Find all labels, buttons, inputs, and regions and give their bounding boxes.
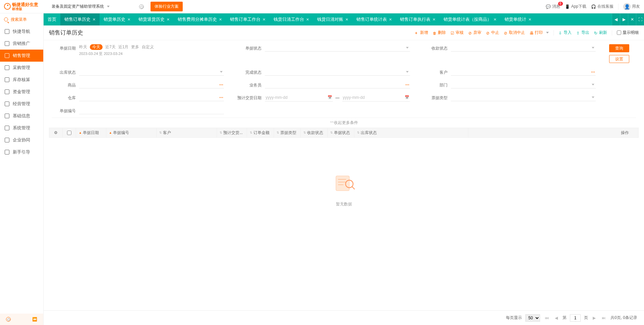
system-selector: 装备及固定资产辅助管理系统 体验行业方案 <box>50 2 183 11</box>
tab-销售订单统计表[interactable]: 销售订单统计表✕ <box>352 13 396 25</box>
brand-logo: 畅捷通好生意 标准版 <box>4 2 44 11</box>
close-icon[interactable]: ✕ <box>127 17 130 22</box>
tab-销售订单执行表[interactable]: 销售订单执行表✕ <box>396 13 440 25</box>
close-icon[interactable]: ✕ <box>262 17 266 22</box>
close-icon[interactable]: ✕ <box>93 17 96 22</box>
close-icon[interactable]: ✕ <box>493 17 496 22</box>
close-icon[interactable]: ✕ <box>432 17 435 22</box>
user-menu[interactable]: 👤 用友 <box>623 3 640 10</box>
headset-icon: 🎧 <box>591 4 596 9</box>
tab-销货单历史[interactable]: 销货单历史✕ <box>100 13 134 25</box>
gear-icon[interactable] <box>139 4 144 9</box>
avatar-icon: 👤 <box>623 3 631 10</box>
sidebar: 快捷导航营销推广销售管理采购管理库存核算资金管理经营管理基础信息系统管理企业协同… <box>0 13 44 25</box>
tab-销售费用分摊单历史[interactable]: 销售费用分摊单历史✕ <box>174 13 226 25</box>
app-download-button[interactable]: 📱 App下载 <box>565 4 586 9</box>
tab-销货单统计[interactable]: 销货单统计✕ <box>501 13 535 25</box>
close-icon[interactable]: ✕ <box>345 17 348 22</box>
close-icon[interactable]: ✕ <box>306 17 309 22</box>
tab-销售订单工作台[interactable]: 销售订单工作台✕ <box>226 13 270 25</box>
close-icon[interactable]: ✕ <box>389 17 392 22</box>
message-button[interactable]: 💬 消息 6 <box>546 4 560 9</box>
tab-scroll-right[interactable]: ▶ <box>620 13 628 25</box>
tab-销货退货历史[interactable]: 销货退货历史✕ <box>134 13 174 25</box>
brand-sub: 标准版 <box>12 7 38 11</box>
system-dropdown[interactable]: 装备及固定资产辅助管理系统 <box>50 2 136 11</box>
tab-销货单统计表（按商品）[interactable]: 销货单统计表（按商品）✕ <box>440 13 501 25</box>
support-button[interactable]: 🎧 在线客服 <box>591 4 613 9</box>
tab-scroll-left[interactable]: ◀ <box>612 13 620 25</box>
sidebar-search[interactable] <box>0 13 43 25</box>
brand-icon <box>4 3 11 10</box>
phone-icon: 📱 <box>565 4 570 9</box>
header-right: 💬 消息 6 📱 App下载 🎧 在线客服 👤 用友 <box>546 3 640 10</box>
search-input[interactable] <box>11 17 34 22</box>
close-icon[interactable]: ✕ <box>219 17 222 22</box>
tab-close-all[interactable]: ✕ <box>628 13 636 25</box>
tab-bar: 首页销售订单历史✕销货单历史✕销货退货历史✕销售费用分摊单历史✕销售订单工作台✕… <box>0 13 644 25</box>
tab-fullscreen[interactable]: ⛶ <box>636 13 644 25</box>
tab-销售订单历史[interactable]: 销售订单历史✕ <box>60 13 100 25</box>
tab-钱货日清对账[interactable]: 钱货日清对账✕ <box>313 13 352 25</box>
tab-钱货日清工作台[interactable]: 钱货日清工作台✕ <box>270 13 313 25</box>
message-badge: 6 <box>558 2 563 6</box>
brand-name: 畅捷通好生意 <box>12 2 38 7</box>
top-header: 畅捷通好生意 标准版 装备及固定资产辅助管理系统 体验行业方案 💬 消息 6 📱… <box>0 0 644 13</box>
industry-button[interactable]: 体验行业方案 <box>151 2 183 11</box>
close-icon[interactable]: ✕ <box>528 17 531 22</box>
chat-icon: 💬 <box>546 4 551 9</box>
close-icon[interactable]: ✕ <box>167 17 170 22</box>
tab-controls: ◀ ▶ ✕ ⛶ <box>612 13 644 25</box>
divider <box>618 4 619 10</box>
search-icon <box>4 17 8 21</box>
chevron-down-icon <box>107 6 110 7</box>
tab-首页[interactable]: 首页 <box>44 13 60 25</box>
